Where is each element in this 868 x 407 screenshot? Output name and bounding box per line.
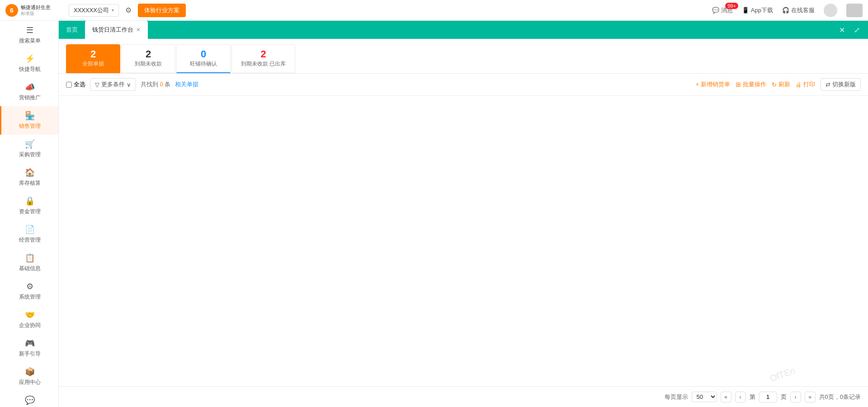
logo-title: 畅捷通好生意 [21, 4, 51, 10]
messages-badge: 99+ [725, 3, 738, 9]
sidebar-item-marketing[interactable]: 📣 营销推广 [0, 78, 58, 106]
first-page-btn[interactable]: « [721, 392, 731, 402]
sidebar-label-search-menu: 搜索菜单 [19, 37, 41, 45]
app-download-btn[interactable]: 📱 App下载 [742, 6, 773, 14]
stats-tab-all-label: 全部单据 [75, 60, 111, 68]
batch-label: 批量操作 [743, 80, 766, 89]
stats-tab-all-count: 2 [75, 48, 111, 60]
stats-tab-unshipped-label: 到期未收款 已出库 [241, 60, 286, 68]
tab-maximize-icon[interactable]: ⤢ [851, 25, 863, 35]
logo-subtitle: 标准版 [21, 10, 51, 16]
settings-icon[interactable]: ⚙ [123, 4, 133, 16]
related-docs-link[interactable]: 相关单据 [175, 80, 198, 89]
sidebar-item-quick-nav[interactable]: ⚡ 快捷导航 [0, 49, 58, 78]
tab-minimize-icon[interactable]: ✕ [836, 25, 848, 35]
sidebar-label-inventory-calc: 库存核算 [19, 179, 41, 187]
basic-info-icon: 📋 [25, 253, 35, 263]
online-service-btn[interactable]: 🎧 在线客服 [782, 6, 815, 14]
tab-cash-flow-workbench[interactable]: 钱货日清工作台 ✕ [85, 21, 148, 39]
message-icon: 💬 [712, 7, 719, 14]
last-page-btn[interactable]: » [805, 392, 816, 402]
quick-nav-icon: ⚡ [25, 54, 35, 64]
sidebar-item-enterprise-wechat[interactable]: 💬 企业微信 [0, 391, 58, 407]
sidebar-item-enterprise-coop[interactable]: 🤝 企业协同 [0, 305, 58, 334]
stats-tab-wangpu-count: 0 [186, 48, 221, 60]
sidebar-item-capital-mgmt[interactable]: 🔒 资金管理 [0, 192, 58, 220]
new-guide-icon: 🎮 [25, 338, 35, 348]
menu-icon: ☰ [26, 25, 33, 35]
marketing-icon: 📣 [25, 82, 35, 92]
avatar[interactable] [824, 4, 837, 17]
page-label: 第 [750, 393, 755, 401]
sidebar-label-capital-mgmt: 资金管理 [19, 208, 41, 215]
stats-tab-all[interactable]: 2 全部单据 [66, 44, 120, 73]
operations-icon: 📄 [25, 225, 35, 234]
sidebar-item-operations-mgmt[interactable]: 📄 经营管理 [0, 220, 58, 248]
sidebar-label-system-mgmt: 系统管理 [19, 293, 41, 301]
print-btn[interactable]: 🖨 打印 [796, 80, 815, 89]
sidebar-item-basic-info[interactable]: 📋 基础信息 [0, 248, 58, 277]
enterprise-wechat-icon: 💬 [25, 395, 35, 405]
select-all-input[interactable] [66, 82, 72, 88]
sidebar-item-new-guide[interactable]: 🎮 新手引导 [0, 334, 58, 362]
sidebar-label-new-guide: 新手引导 [19, 350, 41, 358]
sidebar-item-inventory-calc[interactable]: 🏠 库存核算 [0, 163, 58, 192]
logo-icon: 6 [5, 4, 18, 17]
more-filter-btn[interactable]: ▽ 更多条件 ∨ [90, 78, 136, 91]
header-right: 💬 消息 99+ 📱 App下载 🎧 在线客服 [712, 4, 863, 17]
tab-home-label: 首页 [66, 26, 78, 34]
toolbar-left: 全选 ▽ 更多条件 ∨ 共找到 0 条 相关单据 [66, 78, 198, 91]
trial-button[interactable]: 体验行业方案 [138, 4, 186, 17]
add-sales-order-btn[interactable]: + 新增销货单 [696, 80, 730, 89]
batch-icon: ⊞ [736, 81, 741, 88]
select-all-label: 全选 [74, 80, 85, 89]
prev-page-btn[interactable]: ‹ [735, 392, 746, 402]
switch-label: 切换新版 [832, 80, 856, 89]
filter-icon: ▽ [95, 81, 99, 88]
sidebar-item-purchase-mgmt[interactable]: 🛒 采购管理 [0, 135, 58, 163]
page-number-input[interactable] [759, 392, 777, 402]
batch-operation-btn[interactable]: ⊞ 批量操作 [736, 80, 766, 89]
avatar-text [846, 4, 863, 17]
close-tab-icon[interactable]: ✕ [136, 27, 141, 33]
print-icon: 🖨 [796, 81, 802, 88]
sidebar-label-enterprise-coop: 企业协同 [19, 322, 41, 329]
stats-tab-overdue-unshipped[interactable]: 2 到期未收款 已出库 [231, 44, 295, 73]
tab-home[interactable]: 首页 [59, 21, 85, 39]
stats-tab-wangpu-label: 旺铺待确认 [186, 60, 221, 68]
sidebar-item-sales-mgmt[interactable]: 🏪 销售管理 [0, 106, 58, 135]
logo-area: 6 畅捷通好生意 标准版 [5, 4, 64, 17]
more-filter-label: 更多条件 [101, 80, 125, 89]
app-download-label: App下载 [751, 6, 773, 14]
purchase-icon: 🛒 [25, 139, 35, 149]
sidebar-item-system-mgmt[interactable]: ⚙ 系统管理 [0, 277, 58, 305]
total-records: 共0页，0条记录 [819, 393, 861, 401]
tab-bar: 首页 钱货日清工作台 ✕ ✕ ⤢ [59, 21, 868, 39]
inventory-icon: 🏠 [25, 168, 35, 178]
select-all-checkbox[interactable]: 全选 [66, 80, 85, 89]
switch-icon: ⇄ [826, 81, 830, 88]
company-selector[interactable]: XXXXXX公司 ▾ [69, 4, 119, 17]
sidebar-item-search-menu[interactable]: ☰ 搜索菜单 [0, 21, 58, 49]
print-label: 打印 [803, 80, 815, 89]
messages-btn[interactable]: 💬 消息 99+ [712, 6, 733, 14]
footer-pagination: 每页显示 50 20 100 200 « ‹ 第 页 › » 共0页，0条记录 [59, 386, 868, 407]
sidebar-label-app-center: 应用中心 [19, 379, 41, 386]
stats-tab-overdue-count: 2 [131, 48, 166, 60]
enterprise-coop-icon: 🤝 [25, 310, 35, 320]
switch-version-btn[interactable]: ⇄ 切换新版 [821, 78, 861, 91]
per-page-label: 每页显示 [665, 393, 688, 401]
per-page-select[interactable]: 50 20 100 200 [692, 392, 717, 402]
content-area: 2 全部单据 2 到期未收款 0 旺铺待确认 2 到期未收款 已出库 [59, 39, 868, 407]
stats-tab-unshipped-count: 2 [241, 48, 286, 60]
sidebar-label-basic-info: 基础信息 [19, 265, 41, 272]
stats-tab-overdue-uncollected[interactable]: 2 到期未收款 [121, 44, 175, 73]
next-page-btn[interactable]: › [790, 392, 801, 402]
refresh-btn[interactable]: ↻ 刷新 [772, 80, 790, 89]
download-icon: 📱 [742, 7, 749, 14]
sidebar-item-app-center[interactable]: 📦 应用中心 [0, 362, 58, 391]
refresh-label: 刷新 [778, 80, 790, 89]
page-suffix: 页 [781, 393, 787, 401]
refresh-icon: ↻ [772, 81, 777, 88]
stats-tab-wangpu-confirm[interactable]: 0 旺铺待确认 [176, 44, 231, 73]
